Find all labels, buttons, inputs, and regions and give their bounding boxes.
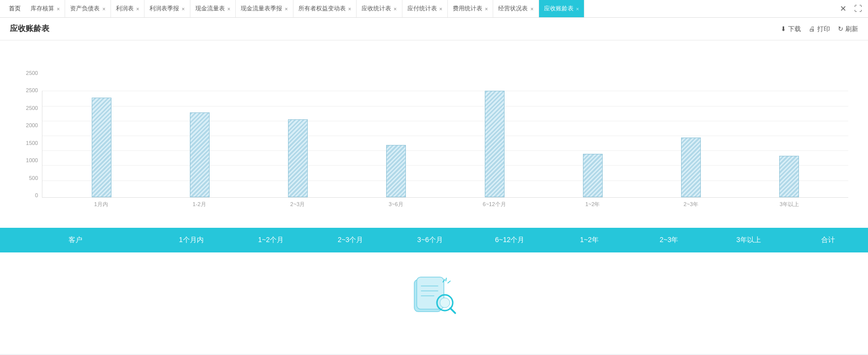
tab-operations-label: 经营状况表 — [498, 4, 528, 13]
bar-group-6 — [642, 138, 740, 197]
tab-cashflow-quarterly-label: 现金流量表季报 — [241, 4, 282, 13]
table-header-cell-9: 合计 — [789, 236, 868, 245]
window-actions: ✕ ⛶ — [838, 2, 864, 15]
tab-ar-aging-close[interactable]: × — [576, 6, 579, 12]
x-label-4: 6~12个月 — [445, 198, 543, 208]
download-button[interactable]: ⬇ 下载 — [781, 25, 801, 34]
tab-bar: 首页 库存核算 × 资产负债表 × 利润表 × 利润表季报 × 现金流量表 × … — [0, 0, 868, 18]
table-header-cell-0: 客户 — [0, 236, 151, 245]
refresh-label: 刷新 — [845, 25, 858, 34]
y-label-2500c: 2500 — [26, 105, 38, 111]
y-label-2500a: 2500 — [26, 70, 38, 76]
bars-row — [42, 91, 848, 197]
tab-ap-stats[interactable]: 应付统计表 × — [402, 0, 448, 18]
y-label-1500: 1500 — [26, 140, 38, 146]
tab-profit-quarterly-close[interactable]: × — [181, 6, 184, 12]
chart-container: 2500 2500 2500 2000 1500 1000 500 0 — [20, 50, 848, 208]
tab-cashflow-quarterly-close[interactable]: × — [285, 6, 288, 12]
tab-inventory-label: 库存核算 — [31, 4, 54, 13]
table-header: 客户1个月内1~2个月2~3个月3~6个月6~12个月1~2年2~3年3年以上合… — [0, 228, 868, 252]
tab-ar-stats[interactable]: 应收统计表 × — [357, 0, 402, 18]
tab-ar-stats-close[interactable]: × — [394, 6, 397, 12]
tab-cashflow-close[interactable]: × — [227, 6, 230, 12]
table-header-cell-1: 1个月内 — [151, 236, 231, 245]
x-label-7: 3年以上 — [740, 198, 838, 208]
x-label-6: 2~3年 — [642, 198, 740, 208]
tab-profit-loss-close[interactable]: × — [136, 6, 139, 12]
print-label: 打印 — [817, 25, 830, 34]
chart-area: 2500 2500 2500 2000 1500 1000 500 0 — [0, 40, 868, 228]
empty-state — [0, 252, 868, 333]
tab-expense-stats-label: 费用统计表 — [453, 4, 482, 13]
bar-6 — [681, 138, 701, 197]
tab-balance-sheet-label: 资产负债表 — [70, 4, 100, 13]
tab-ap-stats-close[interactable]: × — [439, 6, 442, 12]
tab-balance-sheet[interactable]: 资产负债表 × — [65, 0, 110, 18]
bar-0 — [92, 98, 111, 197]
chart-inner: 1月内1-2月2~3月3~6月6~12个月1~2年2~3年3年以上 — [42, 91, 848, 208]
bar-5 — [583, 154, 603, 197]
bar-2 — [288, 119, 308, 197]
tab-ar-stats-label: 应收统计表 — [362, 4, 391, 13]
tab-ar-aging[interactable]: 应收账龄表 × — [539, 0, 584, 18]
tab-home-label: 首页 — [9, 4, 21, 13]
bar-group-3 — [347, 145, 445, 197]
header-actions: ⬇ 下载 🖨 打印 ↻ 刷新 — [781, 25, 858, 34]
bar-group-5 — [543, 154, 642, 197]
print-icon: 🖨 — [809, 25, 815, 33]
tab-inventory[interactable]: 库存核算 × — [26, 0, 65, 18]
tab-operations-close[interactable]: × — [530, 6, 533, 12]
tab-equity-changes-label: 所有者权益变动表 — [298, 4, 346, 13]
x-label-0: 1月内 — [52, 198, 150, 208]
x-label-2: 2~3月 — [249, 198, 347, 208]
table-header-cell-5: 6~12个月 — [470, 236, 549, 245]
table-header-cell-6: 1~2年 — [549, 236, 629, 245]
bar-group-7 — [740, 156, 838, 197]
bar-1 — [190, 112, 210, 197]
page-header: 应收账龄表 ⬇ 下载 🖨 打印 ↻ 刷新 — [0, 18, 868, 40]
tab-operations[interactable]: 经营状况表 × — [493, 0, 539, 18]
tab-expense-stats[interactable]: 费用统计表 × — [448, 0, 493, 18]
bar-3 — [386, 145, 406, 197]
y-label-1000: 1000 — [26, 157, 38, 163]
svg-point-6 — [440, 298, 450, 308]
tab-profit-loss[interactable]: 利润表 × — [111, 0, 145, 18]
tab-equity-changes-close[interactable]: × — [348, 6, 351, 12]
svg-line-7 — [450, 308, 455, 313]
y-label-500: 500 — [29, 175, 38, 181]
svg-line-9 — [446, 278, 446, 281]
print-button[interactable]: 🖨 打印 — [809, 25, 830, 34]
refresh-button[interactable]: ↻ 刷新 — [838, 25, 858, 34]
svg-rect-1 — [417, 277, 444, 309]
tab-ap-stats-label: 应付统计表 — [407, 4, 437, 13]
tab-inventory-close[interactable]: × — [57, 6, 60, 12]
y-label-2500b: 2500 — [26, 87, 38, 93]
tab-profit-quarterly[interactable]: 利润表季报 × — [145, 0, 190, 18]
table-header-cell-8: 3年以上 — [709, 236, 788, 245]
bar-7 — [779, 156, 799, 197]
tab-balance-sheet-close[interactable]: × — [102, 6, 105, 12]
tab-cashflow-quarterly[interactable]: 现金流量表季报 × — [236, 0, 293, 18]
tab-equity-changes[interactable]: 所有者权益变动表 × — [293, 0, 357, 18]
tab-expense-stats-close[interactable]: × — [485, 6, 488, 12]
tab-home[interactable]: 首页 — [4, 0, 26, 18]
close-window-icon[interactable]: ✕ — [838, 2, 848, 15]
table-header-cell-7: 2~3年 — [629, 236, 709, 245]
empty-icon — [404, 272, 464, 323]
download-label: 下载 — [788, 25, 801, 34]
maximize-window-icon[interactable]: ⛶ — [852, 2, 864, 15]
bar-group-4 — [445, 91, 543, 197]
y-axis: 2500 2500 2500 2000 1500 1000 500 0 — [20, 70, 42, 208]
tab-cashflow-label: 现金流量表 — [195, 4, 225, 13]
tab-profit-quarterly-label: 利润表季报 — [149, 4, 179, 13]
tab-ar-aging-label: 应收账龄表 — [544, 4, 574, 13]
svg-line-10 — [448, 281, 450, 283]
refresh-icon: ↻ — [838, 25, 843, 33]
y-label-0: 0 — [35, 192, 38, 198]
main-content: 2500 2500 2500 2000 1500 1000 500 0 — [0, 40, 868, 354]
x-label-3: 3~6月 — [347, 198, 445, 208]
tab-cashflow[interactable]: 现金流量表 × — [190, 0, 236, 18]
table-header-cell-3: 2~3个月 — [311, 236, 390, 245]
table-header-cell-4: 3~6个月 — [390, 236, 470, 245]
bar-group-0 — [52, 98, 150, 197]
